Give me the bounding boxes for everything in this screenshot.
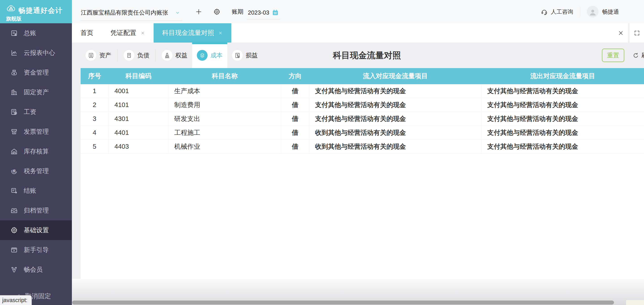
- sidebar-item-label: 结账: [24, 186, 36, 195]
- sidebar-item-3[interactable]: 固定资产: [0, 82, 72, 102]
- column-header-2: 科目名称: [168, 68, 281, 84]
- username[interactable]: 畅捷通: [602, 8, 619, 16]
- user-icon: [588, 7, 597, 16]
- tab-1[interactable]: 凭证配置: [102, 23, 154, 42]
- table-cell: 4001: [108, 84, 168, 98]
- brand-edition: 旗舰版: [6, 15, 22, 22]
- status-text: javascript:: [2, 297, 28, 304]
- support-button[interactable]: 人工咨询: [541, 8, 573, 16]
- column-header-3: 方向: [281, 68, 309, 84]
- sidebar-item-5[interactable]: 发票管理: [0, 122, 72, 142]
- table-cell: 4301: [108, 112, 168, 126]
- subtab-0[interactable]: 资产: [81, 42, 116, 68]
- sidebar-item-label: 工资: [24, 108, 36, 116]
- sidebar-item-6[interactable]: 库存核算: [0, 142, 72, 161]
- sidebar-item-7[interactable]: 税税务管理: [0, 161, 72, 181]
- close-button[interactable]: [614, 23, 628, 42]
- subtab-divider: [156, 49, 156, 61]
- tab-bar: 首页凭证配置科目现金流量对照: [72, 23, 644, 42]
- table-cell: 支付其他与经营活动有关的现金: [482, 140, 644, 154]
- table-cell: 3: [80, 112, 108, 126]
- sidebar-item-2[interactable]: 资金管理: [0, 63, 72, 82]
- column-header-5: 流出对应现金流量项目: [482, 68, 644, 84]
- subtab-label: 权益: [175, 51, 188, 59]
- archive-icon: [10, 207, 18, 214]
- profit-receipt-icon: [232, 50, 243, 61]
- table-body: 14001生产成本借支付其他与经营活动有关的现金支付其他与经营活动有关的现金24…: [80, 84, 644, 154]
- table-row[interactable]: 24101制造费用借支付其他与经营活动有关的现金支付其他与经营活动有关的现金: [80, 98, 644, 112]
- subtab-label: 负债: [137, 51, 149, 59]
- refresh-button[interactable]: 刷新: [632, 42, 644, 68]
- chevron-down-icon: [175, 10, 180, 16]
- subtab-2[interactable]: 权益: [157, 42, 192, 68]
- sidebar-item-label: 归档管理: [24, 206, 49, 215]
- table-cell: 5: [80, 140, 108, 154]
- table-row[interactable]: 44401工程施工借收到其他与经营活动有关的现金支付其他与经营活动有关的现金: [80, 126, 644, 140]
- liability-receipt-icon: [124, 50, 134, 61]
- sidebar-item-8[interactable]: 结账: [0, 181, 72, 201]
- table-cell: 收到其他与经营活动有关的现金: [309, 140, 482, 154]
- sidebar-item-4[interactable]: 工资: [0, 102, 72, 122]
- plus-icon[interactable]: [195, 8, 202, 16]
- table-cell: 制造费用: [168, 98, 281, 112]
- sidebar-item-1[interactable]: 云报表中心: [0, 43, 72, 63]
- equity-stamp-icon: [162, 50, 172, 61]
- sidebar-item-label: 畅会员: [24, 265, 42, 274]
- sidebar-item-11[interactable]: 新手引导: [0, 240, 72, 260]
- fullscreen-button[interactable]: [630, 23, 644, 42]
- invoice-icon: [10, 128, 18, 136]
- subtab-4[interactable]: 损益: [227, 42, 262, 68]
- sidebar-item-0[interactable]: 总账: [0, 23, 72, 43]
- tab-close-icon[interactable]: [140, 31, 145, 36]
- topbar: 江西服宝精品有限责任公司内账张 账期 2023-03 人工咨询 畅捷通: [72, 0, 644, 23]
- avatar[interactable]: [587, 6, 598, 18]
- sidebar-item-10[interactable]: 基础设置: [0, 220, 72, 240]
- column-header-4: 流入对应现金流量项目: [309, 68, 482, 84]
- toolbar-band: 资产负债权益成本损益 科目现金流量对照 重置 刷新: [72, 42, 644, 68]
- tab-close-icon[interactable]: [218, 31, 223, 36]
- fixed-assets-icon: [10, 88, 18, 96]
- table-row[interactable]: 14001生产成本借支付其他与经营活动有关的现金支付其他与经营活动有关的现金: [80, 84, 644, 98]
- asset-safe-icon: [86, 50, 96, 61]
- sidebar-item-label: 发票管理: [24, 128, 49, 136]
- sidebar-item-12[interactable]: 畅会员: [0, 260, 72, 280]
- closing-icon: [10, 187, 18, 194]
- headset-icon: [541, 8, 548, 15]
- svg-text:税: 税: [12, 169, 16, 173]
- subtab-divider: [117, 49, 118, 61]
- horizontal-scrollbar[interactable]: [72, 300, 614, 304]
- subtab-1[interactable]: 负债: [119, 42, 154, 68]
- refresh-icon: [632, 52, 639, 59]
- table-cell: 借: [281, 84, 309, 98]
- table-row[interactable]: 54403机械作业借收到其他与经营活动有关的现金支付其他与经营活动有关的现金: [80, 140, 644, 154]
- brand-logo[interactable]: 畅捷通好会计 旗舰版: [0, 0, 72, 23]
- table-cell: 工程施工: [168, 126, 281, 140]
- subtab-3[interactable]: 成本: [192, 42, 227, 68]
- sidebar-item-label: 总账: [24, 29, 36, 38]
- subtab-label: 损益: [246, 51, 258, 59]
- period-picker[interactable]: 2023-03: [247, 8, 280, 20]
- table-cell: 4101: [108, 98, 168, 112]
- table-cell: 借: [281, 140, 309, 154]
- company-selector[interactable]: 江西服宝精品有限责任公司内账张: [80, 8, 182, 21]
- support-label: 人工咨询: [551, 8, 573, 16]
- salary-icon: [10, 108, 18, 116]
- table-cell: 收到其他与经营活动有关的现金: [309, 126, 482, 140]
- table-cell: 机械作业: [168, 140, 281, 154]
- table-header-row: 序号科目编码科目名称方向流入对应现金流量项目流出对应现金流量项目: [80, 68, 644, 84]
- money-bag-icon: [10, 69, 18, 76]
- tab-2[interactable]: 科目现金流量对照: [154, 23, 231, 42]
- reset-button[interactable]: 重置: [602, 48, 624, 62]
- sidebar-item-label: 库存核算: [24, 147, 49, 156]
- settings-gear-icon[interactable]: [213, 8, 220, 16]
- subtab-label: 成本: [210, 51, 222, 59]
- sidebar-item-9[interactable]: 归档管理: [0, 201, 72, 220]
- category-subtabs: 资产负债权益成本损益: [81, 42, 262, 68]
- table-cell: 支付其他与经营活动有关的现金: [309, 112, 482, 126]
- scrollbar-corner: [626, 300, 644, 305]
- tab-0[interactable]: 首页: [72, 23, 102, 42]
- table-cell: 支付其他与经营活动有关的现金: [482, 126, 644, 140]
- table-cell: 支付其他与经营活动有关的现金: [309, 84, 482, 98]
- table-row[interactable]: 34301研发支出借支付其他与经营活动有关的现金支付其他与经营活动有关的现金: [80, 112, 644, 126]
- sidebar-item-label: 税务管理: [24, 167, 49, 175]
